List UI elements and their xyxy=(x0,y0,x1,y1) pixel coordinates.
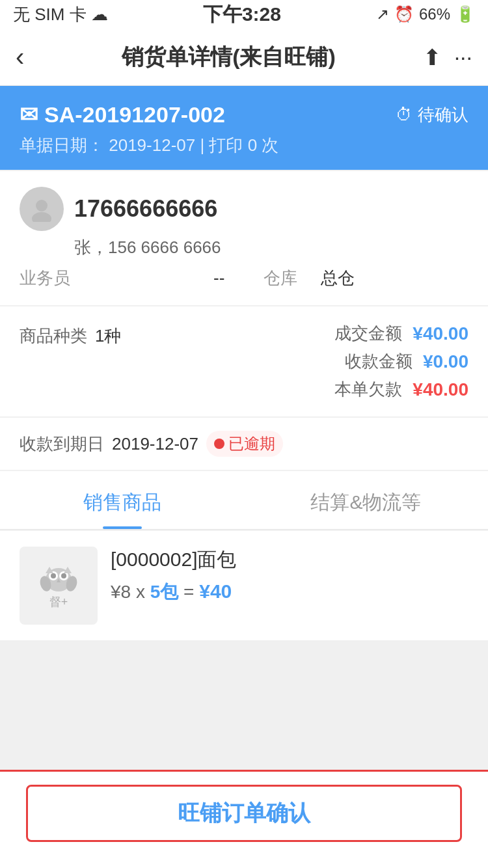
overdue-dot-icon xyxy=(214,439,224,449)
order-status: ⏱ 待确认 xyxy=(396,103,468,126)
battery-icon: 🔋 xyxy=(455,5,475,23)
customer-name: 张，156 6666 6666 xyxy=(74,236,468,259)
salesperson-item: 业务员 -- xyxy=(20,267,224,290)
amount-label-1: 收款金额 xyxy=(345,350,413,373)
summary-left: 商品种类 1种 xyxy=(20,322,334,347)
warehouse-value: 总仓 xyxy=(321,267,355,290)
amount-value-0: ¥40.00 xyxy=(413,323,468,344)
product-price: ¥8 x xyxy=(111,582,150,602)
order-header-card: ✉ SA-20191207-002 ⏱ 待确认 单据日期： 2019-12-07… xyxy=(0,86,488,170)
overdue-label: 收款到期日 xyxy=(20,433,104,455)
print-info: | 打印 0 次 xyxy=(200,135,278,155)
warehouse-item: 仓库 总仓 xyxy=(264,267,355,290)
nav-actions: ⬆ ··· xyxy=(423,44,472,70)
salesperson-value: -- xyxy=(213,268,224,288)
product-price-row: ¥8 x 5包 = ¥40 xyxy=(111,580,468,604)
more-icon[interactable]: ··· xyxy=(454,44,472,70)
customer-phone: 17666666666 xyxy=(74,195,217,223)
product-equals: = xyxy=(178,582,199,602)
salesperson-label: 业务员 xyxy=(20,267,70,290)
battery-level: 66% xyxy=(419,5,450,23)
product-info: [0000002]面包 ¥8 x 5包 = ¥40 xyxy=(111,547,468,604)
sim-status: 无 SIM 卡 ☁ xyxy=(13,3,108,26)
status-clock-icon: ⏱ xyxy=(396,105,413,125)
product-section: 督+ [0000002]面包 ¥8 x 5包 = ¥40 xyxy=(0,531,488,640)
order-date-row: 单据日期： 2019-12-07 | 打印 0 次 xyxy=(20,134,468,157)
alarm-icon: ⏰ xyxy=(394,5,414,23)
product-thumb-brand: 督+ xyxy=(49,594,68,610)
status-text: 待确认 xyxy=(418,103,468,126)
location-icon: ↗ xyxy=(376,5,389,23)
page-title: 销货单详情(来自旺铺) xyxy=(34,42,422,72)
customer-section: 17666666666 张，156 6666 6666 业务员 -- 仓库 总仓 xyxy=(0,171,488,305)
amount-row-0: 成交金额 ¥40.00 xyxy=(334,322,468,345)
share-icon[interactable]: ⬆ xyxy=(423,44,441,70)
amount-value-2: ¥40.00 xyxy=(413,379,468,400)
product-total: ¥40 xyxy=(199,580,232,602)
confirm-button-wrap: 旺铺订单确认 xyxy=(0,770,488,868)
customer-meta: 业务员 -- 仓库 总仓 xyxy=(20,267,468,290)
tab-settlement[interactable]: 结算&物流等 xyxy=(244,471,488,529)
nav-bar: ‹ 销货单详情(来自旺铺) ⬆ ··· xyxy=(0,29,488,86)
warehouse-label: 仓库 xyxy=(264,267,297,290)
order-id-text: SA-20191207-002 xyxy=(44,102,225,128)
overdue-section: 收款到期日 2019-12-07 已逾期 xyxy=(0,418,488,470)
amount-value-1: ¥0.00 xyxy=(423,351,468,372)
order-icon: ✉ xyxy=(20,102,38,128)
summary-section: 商品种类 1种 成交金额 ¥40.00 收款金额 ¥0.00 本单欠款 ¥40.… xyxy=(0,306,488,416)
overdue-badge: 已逾期 xyxy=(206,431,283,457)
avatar xyxy=(20,187,64,231)
tab-sales-label: 销售商品 xyxy=(83,491,161,513)
amount-label-0: 成交金额 xyxy=(334,322,402,345)
status-right: ↗ ⏰ 66% 🔋 xyxy=(376,5,475,23)
back-button[interactable]: ‹ xyxy=(16,42,24,72)
svg-point-1 xyxy=(32,212,51,222)
product-qty: 5包 xyxy=(150,582,179,602)
category-value: 1种 xyxy=(95,325,121,347)
customer-row: 17666666666 xyxy=(20,187,468,231)
tab-sales[interactable]: 销售商品 xyxy=(0,471,244,529)
amount-row-1: 收款金额 ¥0.00 xyxy=(345,350,468,373)
product-item: 督+ [0000002]面包 ¥8 x 5包 = ¥40 xyxy=(20,547,468,625)
overdue-text: 已逾期 xyxy=(228,433,275,454)
order-id: ✉ SA-20191207-002 xyxy=(20,102,225,128)
amount-row-2: 本单欠款 ¥40.00 xyxy=(334,378,468,401)
category-label: 商品种类 xyxy=(20,325,87,347)
svg-point-0 xyxy=(36,200,47,211)
tabs-section: 销售商品 结算&物流等 xyxy=(0,471,488,530)
confirm-button-label: 旺铺订单确认 xyxy=(178,798,310,828)
order-date-value: 2019-12-07 xyxy=(109,135,195,155)
svg-point-6 xyxy=(61,573,66,578)
confirm-order-button[interactable]: 旺铺订单确认 xyxy=(26,785,462,842)
overdue-date: 2019-12-07 xyxy=(112,434,198,454)
status-bar: 无 SIM 卡 ☁ 下午3:28 ↗ ⏰ 66% 🔋 xyxy=(0,0,488,29)
product-thumbnail: 督+ xyxy=(20,547,98,625)
amount-label-2: 本单欠款 xyxy=(334,378,402,401)
product-name: [0000002]面包 xyxy=(111,547,468,573)
status-left: 无 SIM 卡 ☁ xyxy=(13,3,108,26)
status-time: 下午3:28 xyxy=(203,1,281,28)
date-label: 单据日期： xyxy=(20,135,104,155)
summary-right: 成交金额 ¥40.00 收款金额 ¥0.00 本单欠款 ¥40.00 xyxy=(334,322,468,401)
tab-settlement-label: 结算&物流等 xyxy=(310,491,421,513)
order-id-row: ✉ SA-20191207-002 ⏱ 待确认 xyxy=(20,102,468,128)
svg-point-5 xyxy=(51,573,56,578)
